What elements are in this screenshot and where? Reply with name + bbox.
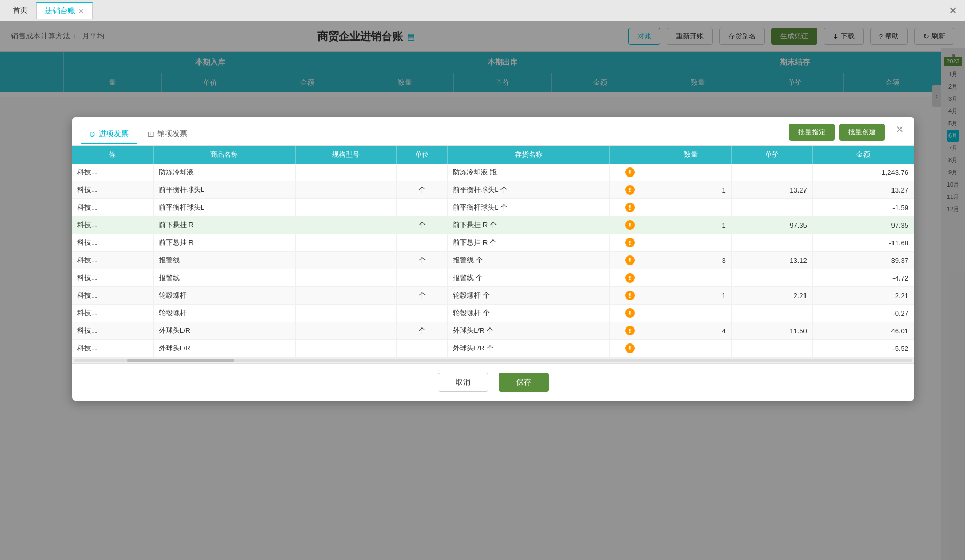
warning-icon: ! xyxy=(625,326,635,335)
table-row: 科技...外球头L/R外球头L/R 个!-5.52 xyxy=(72,340,914,357)
table-row: 科技...报警线个报警线 个!313.1239.37 xyxy=(72,252,914,269)
warning-icon: ! xyxy=(625,273,635,283)
col-header-1: 商品名称 xyxy=(153,146,295,164)
col-header-7: 单价 xyxy=(731,146,812,164)
table-row: 科技...轮毂螺杆轮毂螺杆 个!-0.27 xyxy=(72,305,914,322)
invoice-table: 你 商品名称 规格型号 单位 存货名称 xyxy=(72,146,914,357)
modal-actions: 批量指定 批量创建 ✕ xyxy=(789,124,906,145)
col-header-4: 存货名称 xyxy=(448,146,610,164)
tab-purchase-invoice[interactable]: ⊙ 进项发票 xyxy=(81,125,137,144)
tab-ledger[interactable]: 进销台账 ✕ xyxy=(36,2,93,19)
col-header-5 xyxy=(610,146,650,164)
warning-icon: ! xyxy=(625,291,635,300)
warning-icon: ! xyxy=(625,167,635,177)
modal-table-container[interactable]: 你 商品名称 规格型号 单位 存货名称 xyxy=(72,146,914,357)
tab-bar: 首页 进销台账 ✕ ✕ xyxy=(0,0,965,21)
invoice-in-icon: ⊙ xyxy=(89,130,95,138)
warning-icon: ! xyxy=(625,220,635,230)
save-button[interactable]: 保存 xyxy=(499,373,549,392)
table-row: 科技...防冻冷却液防冻冷却液 瓶!-1,243.76 xyxy=(72,164,914,181)
table-row: 科技...轮毂螺杆个轮毂螺杆 个!12.212.21 xyxy=(72,287,914,305)
tab-home[interactable]: 首页 xyxy=(4,3,36,19)
warning-icon: ! xyxy=(625,238,635,247)
col-header-6: 数量 xyxy=(650,146,731,164)
modal-close-button[interactable]: ✕ xyxy=(894,124,906,141)
table-row: 科技...前平衡杆球头L个前平衡杆球头L 个!113.2713.27 xyxy=(72,181,914,199)
table-row: 科技...前下悬挂 R前下悬挂 R 个!-11.68 xyxy=(72,234,914,252)
table-row: 科技...前平衡杆球头L前平衡杆球头L 个!-1.59 xyxy=(72,199,914,217)
col-header-0: 你 xyxy=(72,146,153,164)
warning-icon: ! xyxy=(625,203,635,212)
tab-sales-invoice[interactable]: ⊡ 销项发票 xyxy=(139,125,196,144)
modal-scrollbar[interactable] xyxy=(72,357,914,364)
table-row: 科技...外球头L/R个外球头L/R 个!411.5046.01 xyxy=(72,322,914,340)
modal-footer: 取消 保存 xyxy=(72,364,914,401)
table-row: 科技...前下悬挂 R个前下悬挂 R 个!197.3597.35 xyxy=(72,217,914,234)
warning-icon: ! xyxy=(625,255,635,265)
warning-icon: ! xyxy=(625,343,635,353)
window-close-button[interactable]: ✕ xyxy=(945,3,961,19)
warning-icon: ! xyxy=(625,185,635,195)
col-header-3: 单位 xyxy=(397,146,448,164)
table-row: 科技...报警线报警线 个!-4.72 xyxy=(72,269,914,287)
batch-create-button[interactable]: 批量创建 xyxy=(839,124,885,141)
main-area: 销售成本计算方法： 月平均 商贸企业进销台账 ▤ 对账 重新开账 存货别名 生成… xyxy=(0,21,965,560)
invoice-out-icon: ⊡ xyxy=(148,130,154,138)
col-header-8: 金额 xyxy=(812,146,914,164)
cancel-button[interactable]: 取消 xyxy=(438,373,488,392)
col-header-2: 规格型号 xyxy=(295,146,396,164)
scrollbar-thumb[interactable] xyxy=(127,359,234,362)
batch-assign-button[interactable]: 批量指定 xyxy=(789,124,835,141)
warning-icon: ! xyxy=(625,308,635,318)
tab-close-icon[interactable]: ✕ xyxy=(78,7,84,15)
modal-header: ⊙ 进项发票 ⊡ 销项发票 批量指定 批量创建 ✕ xyxy=(72,117,914,146)
scrollbar-track xyxy=(74,359,912,362)
modal-dialog: ⊙ 进项发票 ⊡ 销项发票 批量指定 批量创建 ✕ 你 xyxy=(72,117,914,401)
